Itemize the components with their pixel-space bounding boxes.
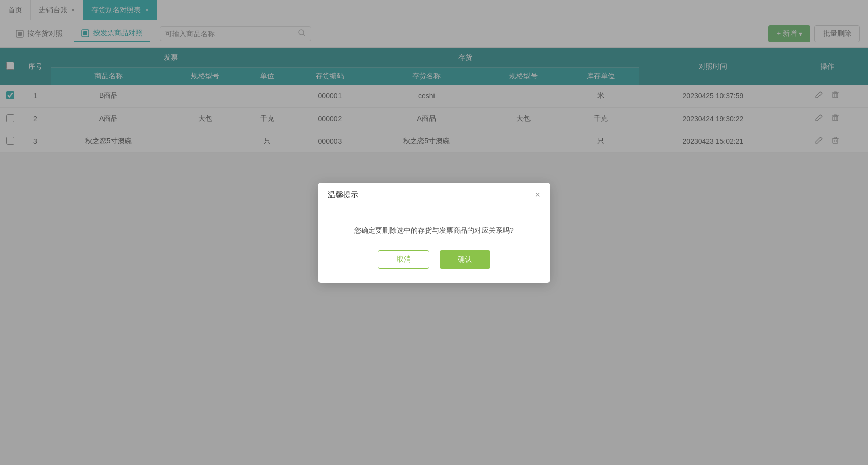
modal-overlay: 温馨提示 × 您确定要删除选中的存货与发票商品的对应关系吗? 取消 确认 bbox=[0, 0, 868, 153]
